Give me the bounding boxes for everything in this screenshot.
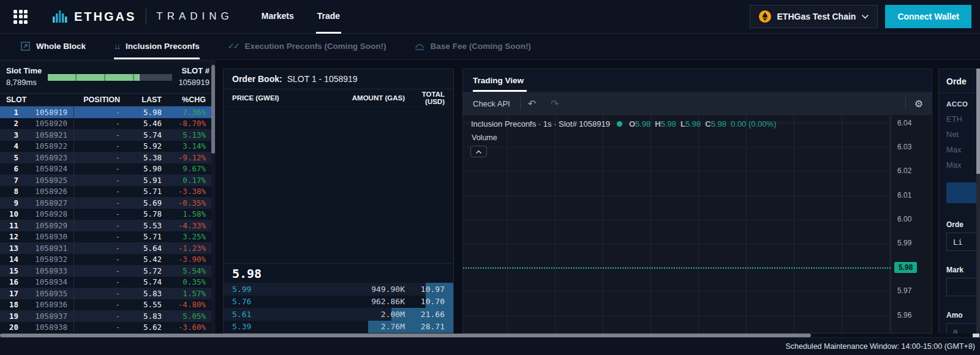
cell-price: 5.39 <box>224 322 297 331</box>
cell-pos: - <box>74 299 125 311</box>
slot-table-row[interactable]: 71058925-5.910.17% <box>0 174 212 186</box>
market-price-label: Mark <box>946 266 980 274</box>
cell-rank: 13 <box>0 244 26 253</box>
cell-rank: 12 <box>0 232 26 241</box>
cell-rank: 19 <box>0 312 26 321</box>
price-axis-tick: 5.97 <box>897 286 911 295</box>
slot-table-row[interactable]: 181058936-5.55-4.80% <box>0 299 212 311</box>
status-bar: Scheduled Maintenance Window: 14:00-15:0… <box>0 337 980 355</box>
cell-rank: 14 <box>0 255 26 264</box>
cell-slot: 1058919 <box>26 108 74 117</box>
cell-rank: 1 <box>0 108 26 117</box>
brand-divider <box>146 9 146 24</box>
slot-table-row[interactable]: 151058933-5.725.54% <box>0 265 212 277</box>
slot-table-row[interactable]: 41058922-5.923.14% <box>0 141 212 152</box>
slot-number-label: SLOT # <box>178 65 209 77</box>
window-vertical-scrollbar[interactable] <box>976 69 980 334</box>
slot-table-row[interactable]: 131058931-5.64-1.23% <box>0 242 212 254</box>
ohlc-open-value: 5.98 <box>635 119 650 129</box>
account-rows: ETHNetMaxMax <box>946 111 980 173</box>
cell-rank: 9 <box>0 198 26 207</box>
cell-pos: - <box>74 174 125 186</box>
slot-table-row[interactable]: 101058928-5.781.58% <box>0 209 212 220</box>
cell-last: 5.64 <box>125 244 167 253</box>
cell-chg: -3.90% <box>167 255 212 264</box>
cell-chg: 7.36% <box>167 108 212 117</box>
slot-table-row[interactable]: 121058930-5.713.25% <box>0 231 212 243</box>
cell-rank: 5 <box>0 153 26 162</box>
tab-execution-preconfs[interactable]: ✓✓ Execution Preconfs (Coming Soon!) <box>228 34 386 59</box>
price-axis-tick: 5.96 <box>897 311 911 320</box>
slot-table-row[interactable]: 51058923-5.38-9.12% <box>0 152 212 163</box>
col-price: PRICE (GWEI) <box>224 94 297 102</box>
scrollbar-thumb[interactable] <box>976 69 980 174</box>
cell-pos: - <box>74 242 125 254</box>
slot-table-row[interactable]: 191058937-5.835.05% <box>0 310 212 322</box>
tab-base-fee[interactable]: Base Fee (Coming Soon!) <box>415 34 531 59</box>
slot-table-row[interactable]: 21058920-5.46-8.70% <box>0 118 212 130</box>
cell-slot: 1058921 <box>26 130 74 140</box>
tab-trading-view[interactable]: Trading View <box>463 76 524 85</box>
order-type-select[interactable]: Li <box>946 233 980 251</box>
cell-slot: 1058922 <box>26 141 74 151</box>
undo-icon[interactable]: ↶ <box>521 98 543 110</box>
slot-table-row[interactable]: 81058926-5.71-3.38% <box>0 186 212 198</box>
cell-last: 5.92 <box>125 141 167 151</box>
cell-last: 5.91 <box>125 176 167 185</box>
gear-icon[interactable]: ⚙ <box>906 98 932 110</box>
price-input[interactable] <box>946 278 980 296</box>
slot-table-row[interactable]: 161058934-5.740.35% <box>0 277 212 288</box>
slot-table-row[interactable]: 141058932-5.42-3.90% <box>0 254 212 266</box>
nav-item-markets[interactable]: Markets <box>260 0 295 34</box>
chart-legend: Inclusion Preconfs · 1s · Slot# 1058919 … <box>471 119 776 129</box>
cell-chg: 1.58% <box>167 209 212 219</box>
ohlc-close-value: 5.98 <box>711 119 726 129</box>
cell-rank: 3 <box>0 130 26 140</box>
tab-whole-block[interactable]: Whole Block <box>21 34 86 59</box>
cell-amt: 962.86K <box>297 297 405 306</box>
order-book-row[interactable]: 5.99949.90K10.97 <box>224 283 453 296</box>
redo-icon[interactable]: ↷ <box>543 98 566 110</box>
order-type-label: Orde <box>946 220 980 229</box>
main-nav: Markets Trade <box>260 0 341 34</box>
slot-table-row[interactable]: 201058938-5.62-3.60% <box>0 322 212 334</box>
cell-last: 5.62 <box>125 323 167 332</box>
apps-grid-icon[interactable] <box>13 10 28 24</box>
price-axis[interactable]: 6.046.036.026.016.005.995.985.975.96 <box>891 115 932 333</box>
slot-list-scrollbar[interactable] <box>211 61 215 334</box>
primary-action-button[interactable] <box>946 182 980 203</box>
check-api-button[interactable]: Check API <box>463 99 520 108</box>
slot-table-row[interactable]: 91058927-5.69-0.35% <box>0 197 212 209</box>
navbar-right: ETHGas Test Chain Connect Wallet <box>750 0 972 33</box>
gas-dome-icon <box>415 42 424 50</box>
cell-amt: 2.76M <box>297 322 405 331</box>
cell-last: 5.90 <box>125 164 167 173</box>
slot-table-row[interactable]: 11058919-5.987.36% <box>0 106 212 118</box>
last-price-badge: 5.98 <box>894 262 917 273</box>
slot-table-row[interactable]: 61058924-5.909.67% <box>0 163 212 175</box>
order-book-bids: 5.99949.90K10.975.76962.86K10.705.612.00… <box>224 283 453 333</box>
amount-input[interactable]: 0 <box>946 323 980 334</box>
slot-list-panel: Slot Time 8,789ms SLOT # 1058919 SLOT PO… <box>0 61 216 334</box>
slot-table-row[interactable]: 111058929-5.53-4.33% <box>0 220 212 231</box>
slot-progress-fill <box>48 74 137 81</box>
slot-table-row[interactable]: 31058921-5.745.13% <box>0 129 212 141</box>
cell-pos: - <box>74 152 125 163</box>
order-book-row[interactable]: 5.392.76M28.71 <box>224 321 453 334</box>
slot-table-row[interactable]: 171058935-5.831.57% <box>0 288 212 299</box>
order-book-row[interactable]: 5.76962.86K10.70 <box>224 296 453 308</box>
cell-slot: 1058934 <box>26 277 74 286</box>
scrollbar-thumb[interactable] <box>211 65 215 154</box>
order-book-row[interactable]: 5.612.00M21.66 <box>224 308 453 321</box>
tab-inclusion-preconfs[interactable]: ↓↓ Inclusion Preconfs <box>114 34 200 59</box>
brand-name: ETHGAS <box>74 10 136 24</box>
cell-last: 5.74 <box>125 130 167 140</box>
ohlc-open-label: O <box>629 119 635 129</box>
cell-last: 5.83 <box>125 289 167 298</box>
connect-wallet-button[interactable]: Connect Wallet <box>885 5 971 28</box>
navbar-left: ETHGAS TRADING Markets Trade <box>9 0 341 33</box>
cell-total: 28.71 <box>405 322 453 331</box>
nav-item-trade[interactable]: Trade <box>316 0 341 34</box>
chain-selector[interactable]: ETHGas Test Chain <box>750 5 878 28</box>
collapse-volume-button[interactable] <box>470 146 487 157</box>
